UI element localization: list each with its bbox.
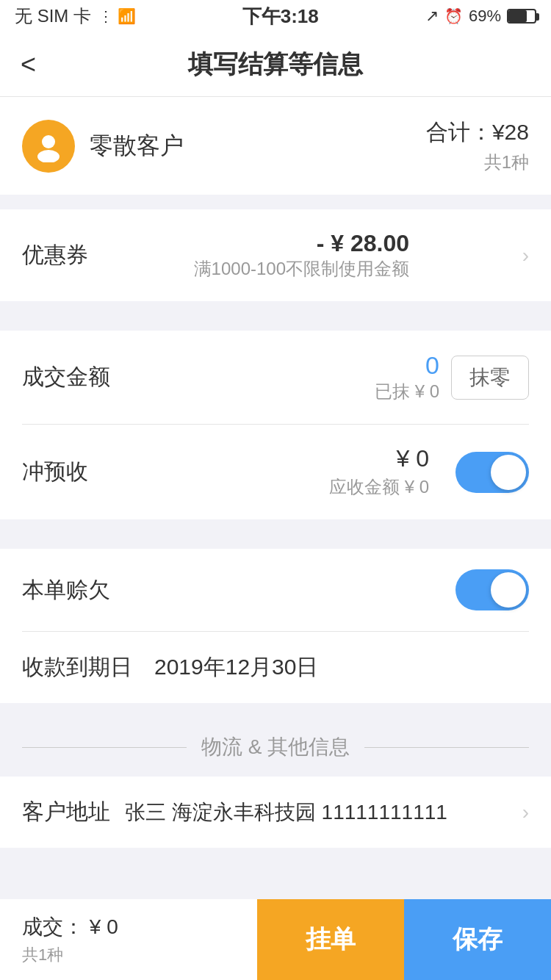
bottom-bar: 成交： ¥ 0 共1种 挂单 保存 <box>0 899 551 980</box>
customer-right: 合计：¥28 共1种 <box>426 118 529 174</box>
bottom-transaction: 成交： ¥ 0 <box>22 913 235 941</box>
transaction-amount-value: 0 <box>375 351 439 380</box>
transaction-amount-row: 成交金额 0 已抹 ¥ 0 抹零 <box>0 331 551 424</box>
svg-point-0 <box>42 135 55 148</box>
debt-row: 本单赊欠 <box>0 549 551 631</box>
due-date-row: 收款到期日 2019年12月30日 <box>0 632 551 703</box>
debt-toggle-knob <box>491 572 526 608</box>
due-date-value: 2019年12月30日 <box>154 652 318 682</box>
battery-percent: 69% <box>469 7 501 26</box>
content: 零散客户 合计：¥28 共1种 优惠券 - ¥ 28.00 满1000-100不… <box>0 97 551 951</box>
prepayment-toggle[interactable] <box>455 452 529 493</box>
debt-toggle[interactable] <box>455 569 529 610</box>
wifi-icon: ⋮ 📶 <box>98 7 136 25</box>
debt-label: 本单赊欠 <box>22 575 110 605</box>
total-count: 共1种 <box>426 151 529 174</box>
location-icon: ↗ <box>425 7 439 26</box>
coupon-block: - ¥ 28.00 满1000-100不限制使用金额 <box>194 230 409 281</box>
round-zero-button[interactable]: 抹零 <box>451 356 529 400</box>
back-button[interactable]: < <box>21 49 36 80</box>
transaction-already-rounded: 已抹 ¥ 0 <box>375 380 439 403</box>
chevron-right-icon: › <box>522 244 529 267</box>
transaction-amount-right: 0 已抹 ¥ 0 抹零 <box>110 351 529 403</box>
coupon-value: - ¥ 28.00 <box>194 230 409 257</box>
customer-section: 零散客户 合计：¥28 共1种 <box>0 97 551 195</box>
transaction-amount-label: 成交金额 <box>22 362 110 392</box>
prepayment-value: ¥ 0 <box>329 445 429 472</box>
page-title: 填写结算等信息 <box>188 48 363 82</box>
coupon-section[interactable]: 优惠券 - ¥ 28.00 满1000-100不限制使用金额 › <box>0 209 551 301</box>
logistics-label: 物流 & 其他信息 <box>187 733 364 761</box>
address-label: 客户地址 <box>22 797 110 827</box>
toggle-knob <box>491 455 526 490</box>
address-section[interactable]: 客户地址 张三 海淀永丰科技园 11111111111 › <box>0 777 551 848</box>
bottom-transaction-label: 成交： <box>22 915 84 938</box>
status-right: ↗ ⏰ 69% <box>425 7 536 26</box>
nav-bar: < 填写结算等信息 <box>0 32 551 97</box>
customer-row: 零散客户 合计：¥28 共1种 <box>0 97 551 195</box>
bottom-info: 成交： ¥ 0 共1种 <box>0 913 257 966</box>
prepayment-value-block: ¥ 0 应收金额 ¥ 0 <box>329 445 429 499</box>
bottom-count: 共1种 <box>22 944 235 966</box>
address-row[interactable]: 客户地址 张三 海淀永丰科技园 11111111111 › <box>0 777 551 848</box>
status-bar: 无 SIM 卡 ⋮ 📶 下午3:18 ↗ ⏰ 69% <box>0 0 551 32</box>
prepayment-label: 冲预收 <box>22 457 88 487</box>
coupon-label: 优惠券 <box>22 240 88 270</box>
prepayment-sub: 应收金额 ¥ 0 <box>329 475 429 499</box>
battery-icon <box>507 9 536 24</box>
address-value: 张三 海淀永丰科技园 11111111111 <box>110 799 522 826</box>
customer-left: 零散客户 <box>22 120 184 173</box>
pending-button[interactable]: 挂单 <box>257 899 404 980</box>
transaction-section: 成交金额 0 已抹 ¥ 0 抹零 冲预收 ¥ 0 应收金额 ¥ 0 <box>0 331 551 519</box>
section-divider-2 <box>0 534 551 549</box>
bottom-transaction-value: ¥ 0 <box>90 915 118 938</box>
time: 下午3:18 <box>242 4 319 29</box>
due-date-label: 收款到期日 <box>22 652 132 682</box>
logistics-separator: 物流 & 其他信息 <box>0 718 551 777</box>
address-chevron-icon: › <box>522 801 529 824</box>
avatar <box>22 120 75 173</box>
status-left: 无 SIM 卡 ⋮ 📶 <box>15 4 136 28</box>
debt-right <box>110 569 529 610</box>
coupon-row[interactable]: 优惠券 - ¥ 28.00 满1000-100不限制使用金额 › <box>0 209 551 301</box>
prepayment-right: ¥ 0 应收金额 ¥ 0 <box>88 445 529 499</box>
alarm-icon: ⏰ <box>444 7 463 25</box>
section-divider-1 <box>0 316 551 331</box>
svg-point-1 <box>37 150 60 162</box>
prepayment-row: 冲预收 ¥ 0 应收金额 ¥ 0 <box>0 425 551 519</box>
sim-status: 无 SIM 卡 <box>15 4 91 28</box>
coupon-sub-text: 满1000-100不限制使用金额 <box>194 257 409 281</box>
save-button[interactable]: 保存 <box>404 899 551 980</box>
total-amount: 合计：¥28 <box>426 118 529 148</box>
customer-name: 零散客户 <box>90 130 184 162</box>
debt-section: 本单赊欠 收款到期日 2019年12月30日 <box>0 549 551 703</box>
